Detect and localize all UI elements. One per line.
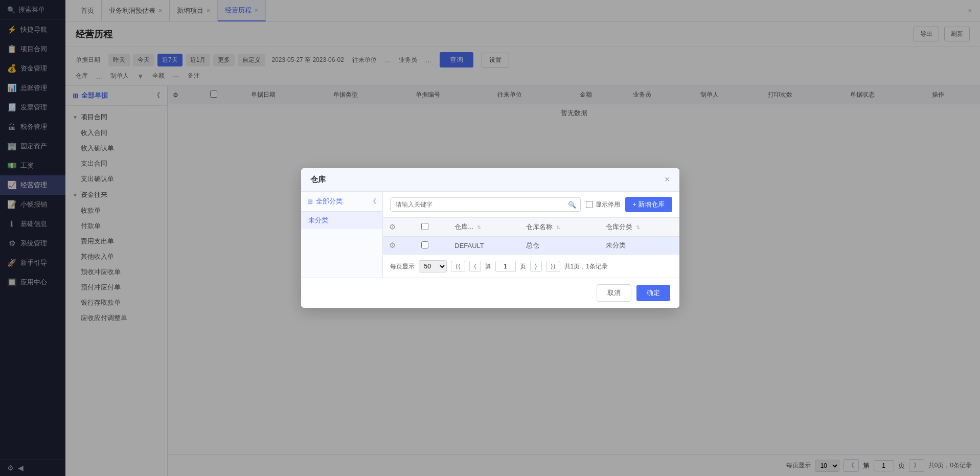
modal-toolbar: 🔍 显示停用 + 新增仓库 (383, 192, 679, 218)
row-checkbox-cell[interactable] (415, 237, 448, 255)
modal-all-category-label: 全部分类 (316, 197, 343, 206)
modal-left-uncategorized-label: 未分类 (308, 216, 328, 224)
sort-arrows-name[interactable]: ⇅ (556, 224, 560, 230)
row-settings-cell[interactable]: ⚙ (383, 237, 416, 255)
modal-table: ⚙ 仓库... ⇅ 仓库名称 (383, 218, 679, 255)
row-code-cell: DEFAULT (448, 237, 520, 255)
modal-total-label: 共1页，1条记录 (564, 262, 608, 271)
modal-th-code: 仓库... ⇅ (448, 218, 520, 237)
modal-page-size-label: 每页显示 (390, 262, 415, 271)
modal-right-content: 🔍 显示停用 + 新增仓库 ⚙ (383, 192, 679, 278)
modal-page-input[interactable] (495, 261, 516, 272)
modal-th-name: 仓库名称 ⇅ (520, 218, 600, 237)
modal-body: ⊞ 全部分类 《 未分类 🔍 显示停用 (301, 192, 679, 278)
modal-pagination: 每页显示 102050100 ⟨⟨ ⟨ 算 页 ⟩ ⟩⟩ 共1页，1条记录 (383, 255, 679, 278)
warehouse-modal: 仓库 × ⊞ 全部分类 《 未分类 (301, 168, 679, 308)
modal-search-box: 🔍 (390, 197, 581, 212)
gear-icon-header[interactable]: ⚙ (389, 222, 396, 231)
show-disabled-text: 显示停用 (596, 200, 620, 209)
modal-th-category-label: 仓库分类 (606, 223, 632, 231)
add-warehouse-button[interactable]: + 新增仓库 (625, 197, 672, 212)
modal-select-all-checkbox[interactable] (421, 223, 428, 230)
modal-footer: 取消 确定 (301, 278, 679, 308)
sort-arrows-category[interactable]: ⇅ (636, 224, 640, 230)
modal-th-name-label: 仓库名称 (526, 223, 553, 231)
modal-left-sidebar: ⊞ 全部分类 《 未分类 (301, 192, 383, 278)
modal-page-size-select[interactable]: 102050100 (419, 260, 447, 273)
modal-overlay: 仓库 × ⊞ 全部分类 《 未分类 (0, 0, 980, 476)
modal-first-page-btn[interactable]: ⟨⟨ (451, 261, 465, 272)
show-disabled-checkbox[interactable] (586, 201, 593, 208)
sort-arrows-code[interactable]: ⇅ (477, 224, 481, 230)
grid-icon-modal: ⊞ (307, 198, 313, 206)
modal-left-header[interactable]: ⊞ 全部分类 《 (301, 192, 382, 212)
modal-page-label-right: 页 (520, 262, 526, 271)
gear-icon-row[interactable]: ⚙ (389, 241, 396, 250)
modal-last-page-btn[interactable]: ⟩⟩ (546, 261, 560, 272)
modal-th-settings[interactable]: ⚙ (383, 218, 416, 237)
confirm-button[interactable]: 确定 (636, 285, 670, 301)
modal-search-input[interactable] (391, 198, 564, 211)
show-disabled-label[interactable]: 显示停用 (586, 200, 620, 209)
table-row[interactable]: ⚙ DEFAULT 总仓 未分类 (383, 237, 679, 255)
modal-page-label-left: 算 (485, 262, 491, 271)
modal-title: 仓库 (310, 175, 326, 185)
modal-search-icon[interactable]: 🔍 (564, 201, 580, 209)
modal-table-wrap: ⚙ 仓库... ⇅ 仓库名称 (383, 218, 679, 255)
cancel-button[interactable]: 取消 (597, 284, 631, 302)
modal-prev-page-btn[interactable]: ⟨ (469, 261, 481, 272)
modal-next-page-btn[interactable]: ⟩ (530, 261, 542, 272)
modal-left-item-uncategorized[interactable]: 未分类 (301, 212, 382, 229)
modal-th-category: 仓库分类 ⇅ (600, 218, 679, 237)
modal-close-button[interactable]: × (665, 174, 670, 185)
row-name-cell: 总仓 (520, 237, 600, 255)
row-category-cell: 未分类 (600, 237, 679, 255)
modal-header: 仓库 × (301, 168, 679, 192)
modal-left-collapse-icon[interactable]: 《 (370, 197, 376, 206)
modal-th-checkbox[interactable] (415, 218, 448, 237)
modal-th-code-label: 仓库... (454, 223, 473, 231)
modal-table-header-row: ⚙ 仓库... ⇅ 仓库名称 (383, 218, 679, 237)
row-checkbox[interactable] (421, 241, 428, 248)
